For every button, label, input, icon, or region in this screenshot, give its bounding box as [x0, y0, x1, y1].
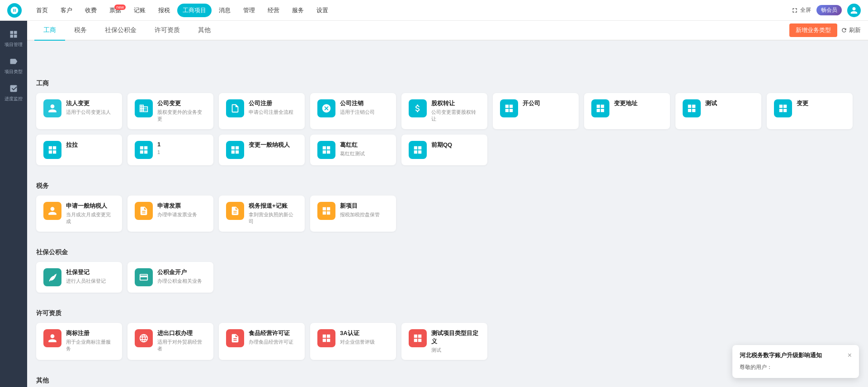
user-avatar[interactable] [847, 4, 861, 17]
card-desc-company-cancel: 适用于注销公司 [340, 109, 389, 116]
card-text-lala: 拉拉 [66, 141, 115, 150]
card-text-legal-change: 法人变更 适用于公司变更法人 [66, 99, 115, 116]
cards-grid-social: 社保登记 进行人员社保登记 公积金开户 办理公积金相关业务 [36, 262, 859, 293]
tab-social[interactable]: 社保公积金 [96, 21, 146, 41]
card-3a-cert[interactable]: 3A认证 对企业信誉评级 [310, 323, 396, 360]
card-trademark[interactable]: 商标注册 用于企业商标注册服务 [36, 323, 122, 360]
card-title-apply-general-tax: 申请一般纳税人 [66, 202, 115, 210]
card-lala[interactable]: 拉拉 [36, 135, 122, 165]
card-import-export[interactable]: 进出口权办理 适用于对外贸易经营者 [127, 323, 213, 360]
card-title-change: 变更 [797, 99, 845, 107]
card-text-equity-transfer: 股权转让 公司变更需要股权转让 [431, 99, 480, 123]
nav-item-clients[interactable]: 客户 [55, 4, 78, 17]
nav-item-home[interactable]: 首页 [31, 4, 53, 17]
card-pre-qq[interactable]: 前期QQ [401, 135, 487, 165]
card-title-change-address: 变更地址 [614, 99, 663, 107]
section-divider-social [36, 302, 859, 302]
nav-item-settings[interactable]: 设置 [311, 4, 334, 17]
card-food-license[interactable]: 食品经营许可证 办理食品经营许可证 [219, 323, 305, 360]
card-icon-social-register [43, 268, 61, 286]
nav-item-operations[interactable]: 经营 [262, 4, 285, 17]
card-text-one: 1 1 [157, 141, 206, 156]
card-title-lala: 拉拉 [66, 141, 115, 149]
card-title-company-register: 公司注册 [249, 99, 297, 107]
card-icon-pre-qq [409, 141, 427, 159]
sidebar-item-progress[interactable]: 进度监控 [0, 79, 27, 107]
card-company-register[interactable]: 公司注册 申请公司注册全流程 [219, 93, 305, 129]
tab-tax[interactable]: 税务 [65, 21, 96, 41]
fullscreen-btn[interactable]: 全屏 [791, 6, 811, 14]
nav-item-tax[interactable]: 报税 [153, 4, 175, 17]
card-icon-ge-honghong [317, 141, 335, 159]
card-desc-company-change: 股权变更外的业务变更 [157, 109, 206, 123]
card-legal-change[interactable]: 法人变更 适用于公司变更法人 [36, 93, 122, 129]
card-title-trademark: 商标注册 [66, 329, 115, 337]
card-icon-change-address [591, 99, 609, 117]
app-logo[interactable] [7, 3, 22, 18]
card-one[interactable]: 1 1 [127, 135, 213, 165]
card-title-one: 1 [157, 141, 206, 148]
card-text-change: 变更 [797, 99, 845, 109]
card-tax-report-bookkeeping[interactable]: 税务报道+记账 拿到营业执照的新公司 [219, 196, 305, 232]
card-title-equity-transfer: 股权转让 [431, 99, 480, 107]
sidebar-icon-project-mgmt [9, 30, 18, 40]
card-test[interactable]: 测试 [675, 93, 761, 129]
card-change[interactable]: 变更 [767, 93, 853, 129]
card-open-company[interactable]: 开公司 [493, 93, 579, 129]
tab-license[interactable]: 许可资质 [146, 21, 189, 41]
card-text-tax-report-bookkeeping: 税务报道+记账 拿到营业执照的新公司 [249, 202, 297, 225]
card-icon-company-register [226, 99, 244, 117]
nav-item-invoices[interactable]: 票据new [104, 4, 127, 17]
card-fund-account[interactable]: 公积金开户 办理公积金相关业务 [127, 262, 213, 293]
nav-item-industry[interactable]: 工商项目 [177, 4, 212, 17]
card-icon-apply-invoice [135, 202, 153, 220]
card-text-test-type: 测试项目类型目定义 测试 [431, 329, 480, 354]
card-desc-ge-honghong: 葛红红测试 [340, 150, 389, 157]
nav-item-bookkeeping[interactable]: 记账 [128, 4, 151, 17]
nav-item-management[interactable]: 管理 [238, 4, 260, 17]
vip-btn[interactable]: 畅会员 [816, 5, 842, 15]
nav-item-services[interactable]: 服务 [287, 4, 309, 17]
notif-content: 尊敬的用户： [740, 363, 852, 372]
card-new-project[interactable]: 新项目 报税加税控盘保管 [310, 196, 396, 232]
card-text-apply-general-tax: 申请一般纳税人 当月或次月成变更完成 [66, 202, 115, 225]
tab-other[interactable]: 其他 [189, 21, 220, 41]
card-desc-apply-general-tax: 当月或次月成变更完成 [66, 211, 115, 225]
tab-industry[interactable]: 工商 [34, 21, 65, 41]
notif-close-btn[interactable]: × [848, 351, 852, 359]
sidebar-item-project-type[interactable]: 项目类型 [0, 52, 27, 79]
card-title-test: 测试 [705, 99, 754, 107]
card-icon-equity-transfer [409, 99, 427, 117]
card-ge-honghong[interactable]: 葛红红 葛红红测试 [310, 135, 396, 165]
card-company-change[interactable]: 公司变更 股权变更外的业务变更 [127, 93, 213, 129]
card-company-cancel[interactable]: 公司注销 适用于注销公司 [310, 93, 396, 129]
card-desc-one: 1 [157, 149, 206, 156]
card-text-company-cancel: 公司注销 适用于注销公司 [340, 99, 389, 116]
card-text-3a-cert: 3A认证 对企业信誉评级 [340, 329, 389, 345]
card-test-type[interactable]: 测试项目类型目定义 测试 [401, 323, 487, 360]
card-text-change-tax: 变更一般纳税人 [249, 141, 297, 150]
refresh-btn[interactable]: 刷新 [841, 26, 861, 34]
card-desc-test-type: 测试 [431, 347, 480, 354]
top-nav: 首页客户收费票据new记账报税工商项目消息管理经营服务设置 全屏 畅会员 [0, 0, 868, 21]
card-desc-food-license: 办理食品经营许可证 [249, 339, 297, 345]
card-desc-social-register: 进行人员社保登记 [66, 278, 115, 284]
card-text-test: 测试 [705, 99, 754, 109]
card-title-company-change: 公司变更 [157, 99, 206, 107]
card-change-tax[interactable]: 变更一般纳税人 [219, 135, 305, 165]
nav-item-messages[interactable]: 消息 [213, 4, 236, 17]
card-icon-test-type [409, 329, 427, 347]
nav-item-billing[interactable]: 收费 [80, 4, 102, 17]
card-icon-lala [43, 141, 61, 159]
nav-items: 首页客户收费票据new记账报税工商项目消息管理经营服务设置 [31, 4, 791, 17]
card-equity-transfer[interactable]: 股权转让 公司变更需要股权转让 [401, 93, 487, 129]
card-apply-general-tax[interactable]: 申请一般纳税人 当月或次月成变更完成 [36, 196, 122, 232]
card-change-address[interactable]: 变更地址 [584, 93, 670, 129]
nav-badge-invoices: new [114, 5, 126, 10]
sidebar-item-project-mgmt[interactable]: 项目管理 [0, 25, 27, 52]
new-type-btn[interactable]: 新增业务类型 [789, 23, 837, 37]
card-social-register[interactable]: 社保登记 进行人员社保登记 [36, 262, 122, 293]
card-desc-company-register: 申请公司注册全流程 [249, 109, 297, 116]
card-apply-invoice[interactable]: 申请发票 办理申请发票业务 [127, 196, 213, 232]
card-text-food-license: 食品经营许可证 办理食品经营许可证 [249, 329, 297, 345]
